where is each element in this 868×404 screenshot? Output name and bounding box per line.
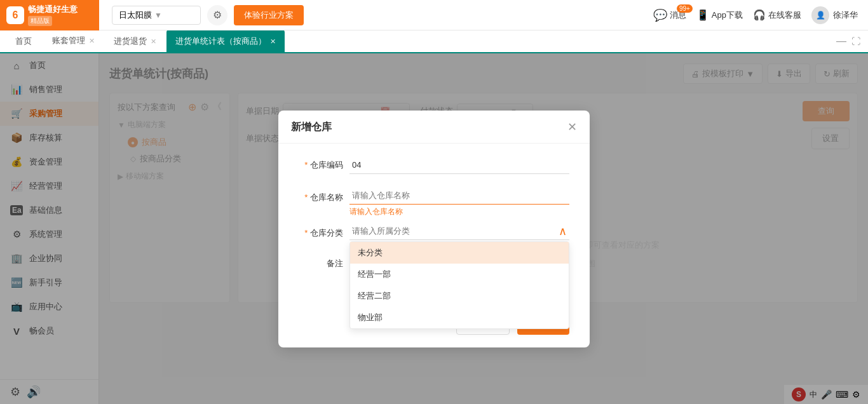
settings-gear-button[interactable]: ⚙ — [207, 5, 227, 25]
online-service-label: 在线客服 — [768, 10, 801, 21]
online-service-btn[interactable]: 🎧 在线客服 — [753, 9, 801, 21]
code-required-star: * — [304, 160, 308, 170]
tab-purchase-return-close[interactable]: ✕ — [151, 37, 156, 46]
dropdown-item-dept3[interactable]: 物业部 — [350, 307, 569, 328]
top-header: 6 畅捷通好生意 精品版 日太阳膜 ▼ ⚙ 体验行业方案 💬 消息 99+ 📱 … — [0, 0, 868, 30]
chevron-down-icon: ▼ — [154, 11, 162, 20]
logo-icon: 6 — [6, 6, 24, 24]
tab-minimize-icon[interactable]: — — [836, 36, 846, 47]
tab-accounts-close[interactable]: ✕ — [89, 37, 95, 45]
message-badge: 99+ — [677, 4, 693, 13]
category-input[interactable] — [349, 222, 569, 240]
dropdown-item-dept1[interactable]: 经营一部 — [350, 264, 569, 285]
dialog-close-icon[interactable]: ✕ — [567, 121, 577, 133]
name-error-msg: 请输入仓库名称 — [349, 206, 569, 217]
tab-accounts[interactable]: 账套管理 ✕ — [43, 30, 104, 53]
code-label-text: 仓库编码 — [310, 160, 343, 170]
category-arrow-up-icon[interactable]: ∧ — [559, 224, 567, 238]
remark-label-text: 备注 — [327, 259, 343, 268]
dropdown-item-dept2[interactable]: 经营二部 — [350, 285, 569, 307]
tab-purchase-return[interactable]: 进货退货 ✕ — [105, 30, 165, 53]
tab-window-controls: — ⛶ — [836, 36, 863, 47]
warehouse-code-row: * 仓库编码 — [299, 156, 569, 174]
tab-accounts-label: 账套管理 — [52, 35, 85, 46]
logo-area[interactable]: 6 畅捷通好生意 精品版 — [0, 0, 99, 30]
code-input-wrap — [349, 156, 569, 174]
category-input-wrap: ∧ 未分类 经营一部 经营二部 物业部 — [349, 222, 569, 240]
tab-home[interactable]: 首页 — [5, 30, 42, 53]
dialog-title: 新增仓库 — [291, 121, 332, 134]
category-label-text: 仓库分类 — [310, 228, 343, 238]
code-label: * 仓库编码 — [299, 159, 349, 171]
username: 徐泽华 — [833, 10, 858, 21]
name-input[interactable] — [349, 187, 569, 205]
dialog-body: * 仓库编码 * 仓库名称 请输入仓库名称 — [278, 144, 590, 312]
store-name: 日太阳膜 — [119, 10, 152, 21]
header-right: 💬 消息 99+ 📱 App下载 🎧 在线客服 👤 徐泽华 — [653, 6, 868, 24]
warehouse-name-row: * 仓库名称 请输入仓库名称 — [299, 187, 569, 217]
message-icon: 💬 — [653, 8, 667, 22]
dialog-overlay: 新增仓库 ✕ * 仓库编码 * — [0, 53, 868, 404]
tab-active[interactable]: 进货单统计表（按商品） ✕ — [166, 30, 285, 53]
logo-title: 畅捷通好生意 — [28, 4, 78, 15]
store-selector[interactable]: 日太阳膜 ▼ — [112, 6, 201, 25]
category-dropdown: 未分类 经营一部 经营二部 物业部 — [349, 241, 569, 329]
user-area[interactable]: 👤 徐泽华 — [811, 6, 858, 24]
dropdown-item-none[interactable]: 未分类 — [350, 242, 569, 264]
trial-button[interactable]: 体验行业方案 — [234, 5, 304, 25]
avatar: 👤 — [811, 6, 829, 24]
dialog: 新增仓库 ✕ * 仓库编码 * — [278, 111, 590, 347]
tab-bar: 首页 账套管理 ✕ 进货退货 ✕ 进货单统计表（按商品） ✕ — ⛶ — [0, 30, 868, 53]
name-required-star: * — [304, 192, 308, 202]
app-download-label: App下载 — [712, 10, 743, 21]
category-label: * 仓库分类 — [299, 222, 349, 239]
logo-text-group: 畅捷通好生意 精品版 — [28, 4, 78, 26]
tab-active-label: 进货单统计表（按商品） — [175, 36, 266, 47]
dialog-header: 新增仓库 ✕ — [278, 111, 590, 144]
name-label: * 仓库名称 — [299, 187, 349, 203]
tab-maximize-icon[interactable]: ⛶ — [851, 36, 860, 46]
category-required-star: * — [304, 228, 308, 238]
message-btn[interactable]: 💬 消息 99+ — [653, 8, 686, 22]
logo-subtitle: 精品版 — [28, 16, 52, 26]
app-download-btn[interactable]: 📱 App下载 — [696, 9, 743, 21]
tab-home-label: 首页 — [15, 36, 32, 47]
warehouse-category-row: * 仓库分类 ∧ 未分类 经营一部 经营二部 物业部 — [299, 222, 569, 240]
tab-purchase-return-label: 进货退货 — [114, 36, 147, 47]
remark-label: 备注 — [299, 253, 349, 269]
headset-icon: 🎧 — [753, 9, 766, 21]
name-input-wrap: 请输入仓库名称 — [349, 187, 569, 217]
phone-icon: 📱 — [696, 9, 709, 21]
name-label-text: 仓库名称 — [310, 192, 343, 202]
code-input[interactable] — [349, 156, 569, 174]
tab-active-close[interactable]: ✕ — [270, 37, 276, 46]
